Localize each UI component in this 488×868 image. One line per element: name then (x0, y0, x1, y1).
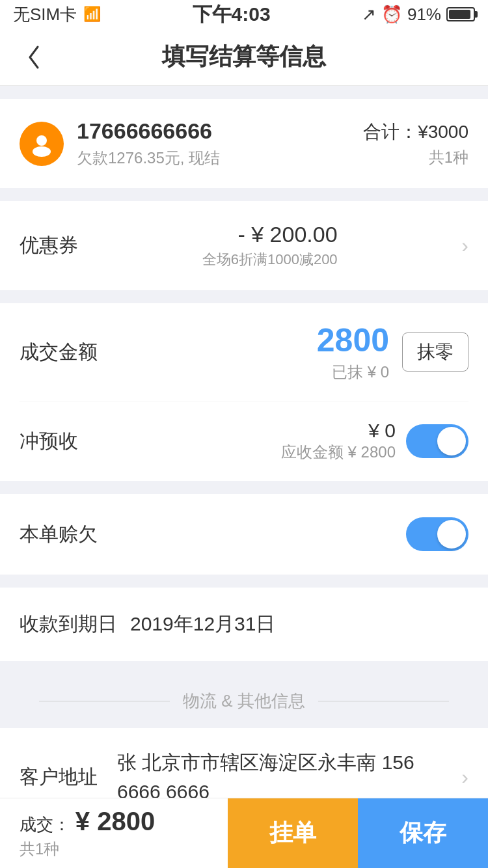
hang-button[interactable]: 挂单 (228, 798, 358, 869)
divider-top (0, 86, 488, 99)
battery-percent: 91% (407, 5, 441, 25)
amount-value: 2800 (317, 321, 389, 359)
customer-debt: 欠款1276.35元, 现结 (77, 148, 220, 169)
due-date-value: 2019年12月31日 (130, 611, 275, 638)
chevron-right-icon: › (461, 234, 468, 258)
round-zero-button[interactable]: 抹零 (402, 332, 468, 372)
status-time: 下午4:03 (193, 1, 271, 28)
customer-section: 17666666666 欠款1276.35元, 现结 合计：¥3000 共1种 (0, 99, 488, 188)
bottom-summary: 成交： ¥ 2800 共1种 (0, 807, 228, 860)
bottom-count: 共1种 (20, 839, 208, 860)
deal-label: 成交： (20, 815, 70, 834)
logistics-divider: 物流 & 其他信息 (0, 674, 488, 728)
transaction-amount-row: 成交金额 2800 已抹 ¥ 0 抹零 (20, 303, 468, 401)
customer-phone: 17666666666 (77, 118, 220, 144)
prepay-sub: 应收金额 ¥ 2800 (281, 442, 396, 463)
amount-section: 成交金额 2800 已抹 ¥ 0 抹零 冲预收 ¥ 0 应收金额 ¥ 2800 (0, 303, 488, 481)
coupon-desc: 全场6折满1000减200 (202, 250, 338, 269)
status-left: 无SIM卡 📶 (13, 3, 101, 26)
logistics-line-right (318, 701, 449, 701)
coupon-row[interactable]: 优惠券 - ¥ 200.00 全场6折满1000减200 › (0, 201, 488, 290)
amount-sub: 已抹 ¥ 0 (317, 362, 389, 383)
debt-toggle[interactable] (406, 517, 468, 551)
bottom-deal-row: 成交： ¥ 2800 (20, 807, 208, 836)
debt-label: 本单赊欠 (20, 521, 98, 548)
address-label: 客户地址 (20, 764, 98, 791)
due-date-row: 收款到期日 2019年12月31日 (0, 588, 488, 661)
total-count: 共1种 (363, 147, 468, 168)
carrier-text: 无SIM卡 (13, 3, 77, 26)
customer-row: 17666666666 欠款1276.35元, 现结 合计：¥3000 共1种 (20, 118, 468, 169)
prepay-value: ¥ 0 (281, 420, 396, 442)
debt-row: 本单赊欠 (0, 494, 488, 575)
total-label: 合计：¥3000 (363, 120, 468, 144)
alarm-icon: ⏰ (381, 5, 402, 25)
customer-info: 17666666666 欠款1276.35元, 现结 (77, 118, 220, 169)
bottom-bar: 成交： ¥ 2800 共1种 挂单 保存 (0, 798, 488, 868)
wifi-icon: 📶 (83, 6, 101, 23)
coupon-label: 优惠券 (20, 232, 78, 259)
logistics-line-left (39, 701, 170, 701)
avatar (20, 122, 64, 166)
customer-right: 合计：¥3000 共1种 (363, 120, 468, 168)
logistics-text: 物流 & 其他信息 (183, 690, 305, 712)
coupon-right: - ¥ 200.00 全场6折满1000减200 (202, 222, 338, 269)
svg-point-1 (33, 146, 51, 157)
coupon-value: - ¥ 200.00 (202, 222, 338, 247)
divider-date (0, 575, 488, 588)
battery-icon (446, 7, 475, 21)
divider-debt (0, 481, 488, 494)
location-icon: ↗ (362, 5, 376, 25)
status-bar: 无SIM卡 📶 下午4:03 ↗ ⏰ 91% (0, 0, 488, 29)
bottom-amount: ¥ 2800 (75, 807, 155, 835)
divider-mid (0, 290, 488, 303)
prepay-right: ¥ 0 应收金额 ¥ 2800 (281, 420, 468, 463)
customer-left: 17666666666 欠款1276.35元, 现结 (20, 118, 220, 169)
status-right: ↗ ⏰ 91% (362, 5, 475, 25)
amount-label: 成交金额 (20, 339, 98, 366)
prepay-row: 冲预收 ¥ 0 应收金额 ¥ 2800 (20, 401, 468, 481)
prepay-label: 冲预收 (20, 428, 78, 455)
back-button[interactable] (20, 43, 48, 72)
divider-coupon (0, 188, 488, 201)
prepay-toggle[interactable] (406, 424, 468, 458)
svg-point-0 (36, 135, 47, 146)
address-chevron-icon: › (461, 765, 468, 789)
prepay-value-block: ¥ 0 应收金额 ¥ 2800 (281, 420, 396, 463)
nav-bar: 填写结算等信息 (0, 29, 488, 86)
save-button[interactable]: 保存 (358, 798, 488, 869)
amount-value-block: 2800 已抹 ¥ 0 (317, 321, 389, 383)
due-date-label: 收款到期日 (20, 611, 117, 638)
debt-toggle-knob (437, 520, 466, 549)
amount-right: 2800 已抹 ¥ 0 抹零 (317, 321, 468, 383)
page-title: 填写结算等信息 (162, 41, 326, 73)
toggle-knob (437, 427, 466, 455)
divider-logistics-top (0, 661, 488, 674)
